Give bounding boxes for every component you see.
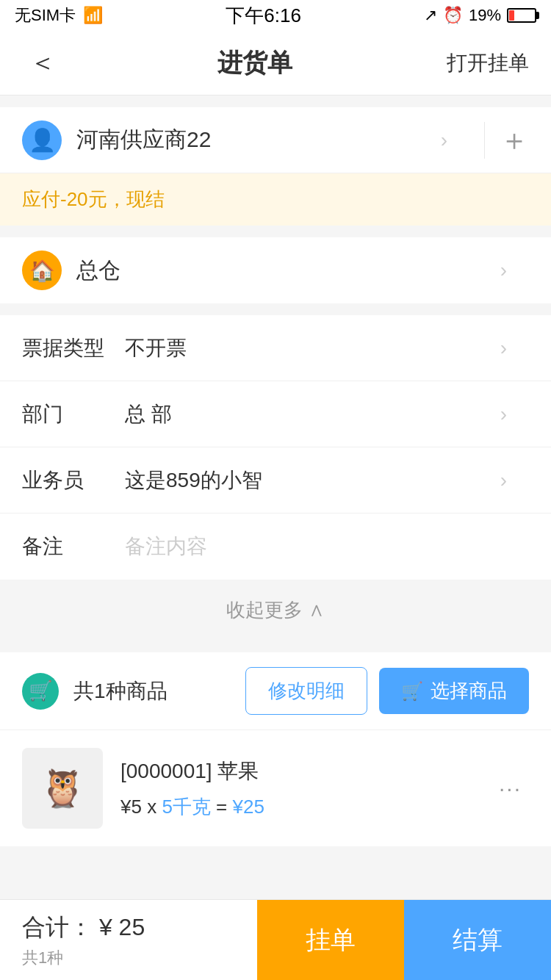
department-chevron-icon: › [500,403,507,426]
supplier-avatar: 👤 [22,120,62,160]
quantity-text: 5千克 [162,796,210,818]
salesman-row[interactable]: 业务员 这是859的小智 › [0,447,551,514]
hang-button[interactable]: 挂单 [257,900,404,980]
department-label: 部门 [22,400,110,428]
supplier-name: 河南供应商22 [76,125,441,155]
total-value: ¥ 25 [99,914,145,940]
avatar-icon: 👤 [29,127,56,153]
status-bar: 无SIM卡 📶 下午6:16 ↗ ⏰ 19% [0,0,551,31]
department-row[interactable]: 部门 总 部 › [0,381,551,447]
remark-input[interactable]: 备注内容 [110,533,529,561]
checkout-button[interactable]: 结算 [404,900,551,980]
product-price: ¥5 x 5千克 = ¥25 [120,794,491,820]
battery-icon [507,8,536,23]
open-hang-button[interactable]: 打开挂单 [447,49,529,77]
owl-icon: 🦉 [40,767,85,810]
collapse-label: 收起更多 ∧ [226,599,324,621]
status-left: 无SIM卡 📶 [15,4,103,26]
product-info: [0000001] 苹果 ¥5 x 5千克 = ¥25 [120,757,491,820]
info-section: 票据类型 不开票 › 部门 总 部 › 业务员 这是859的小智 › 备注 备注… [0,315,551,580]
warehouse-icon-wrap: 🏠 [22,251,62,290]
nav-bar: ＜ 进货单 打开挂单 [0,31,551,96]
unit-price: ¥5 x [120,796,162,818]
battery-text: 19% [469,6,501,25]
wifi-icon: 📶 [83,6,103,25]
total-amount: 合计： ¥ 25 [22,912,235,944]
supplier-chevron-icon: › [441,129,447,152]
total-count: 共1种 [22,947,235,969]
bottom-bar: 合计： ¥ 25 共1种 挂单 结算 [0,899,551,980]
supplier-divider [484,122,485,159]
product-title: 苹果 [217,760,259,782]
product-item: 🦉 [0000001] 苹果 ¥5 x 5千克 = ¥25 ··· [0,730,551,846]
time-display: 下午6:16 [226,3,301,29]
collapse-bar[interactable]: 收起更多 ∧ [0,580,551,641]
product-thumbnail: 🦉 [22,748,103,829]
cart-icon: 🛒 [401,681,423,702]
page-title: 进货单 [217,46,292,80]
back-button[interactable]: ＜ [22,37,63,88]
location-icon: ↗ [424,6,437,25]
salesman-chevron-icon: › [500,469,507,492]
battery-fill [509,10,514,21]
edit-detail-button[interactable]: 修改明细 [245,667,367,715]
invoice-type-chevron-icon: › [500,336,507,360]
salesman-value: 这是859的小智 [110,466,500,494]
warehouse-icon: 🏠 [29,259,55,283]
invoice-type-label: 票据类型 [22,334,110,362]
department-value: 总 部 [110,400,500,428]
remark-row[interactable]: 备注 备注内容 [0,514,551,580]
carrier-text: 无SIM卡 [15,4,76,26]
remark-label: 备注 [22,533,110,561]
salesman-label: 业务员 [22,466,110,494]
product-name: [0000001] 苹果 [120,757,491,785]
select-product-label: 选择商品 [431,678,507,704]
notice-banner: 应付-20元，现结 [0,173,551,226]
alarm-icon: ⏰ [443,6,463,25]
warehouse-section: 🏠 总仓 › [0,237,551,303]
add-supplier-icon[interactable]: ＋ [500,120,529,160]
product-code: [0000001] [120,760,217,782]
notice-text: 应付-20元，现结 [22,188,165,210]
supplier-section: 👤 河南供应商22 › ＋ 应付-20元，现结 [0,107,551,226]
warehouse-chevron-icon: › [500,259,507,282]
subtotal-text: ¥25 [233,796,264,818]
select-product-button[interactable]: 🛒 选择商品 [379,668,529,714]
invoice-type-row[interactable]: 票据类型 不开票 › [0,315,551,381]
supplier-row[interactable]: 👤 河南供应商22 › ＋ [0,107,551,173]
warehouse-row[interactable]: 🏠 总仓 › [0,237,551,303]
warehouse-name: 总仓 [76,256,500,286]
invoice-type-value: 不开票 [110,334,500,362]
equals-sign: = [216,796,232,818]
status-right: ↗ ⏰ 19% [424,6,536,25]
more-options-button[interactable]: ··· [491,768,529,808]
products-header: 🛒 共1种商品 修改明细 🛒 选择商品 [0,652,551,730]
products-section: 🛒 共1种商品 修改明细 🛒 选择商品 🦉 [0000001] 苹果 ¥5 x … [0,652,551,846]
products-icon-wrap: 🛒 [22,673,59,710]
products-icon: 🛒 [29,680,52,702]
products-count: 共1种商品 [73,677,245,705]
total-label: 合计： [22,914,93,940]
total-section: 合计： ¥ 25 共1种 [0,912,257,969]
